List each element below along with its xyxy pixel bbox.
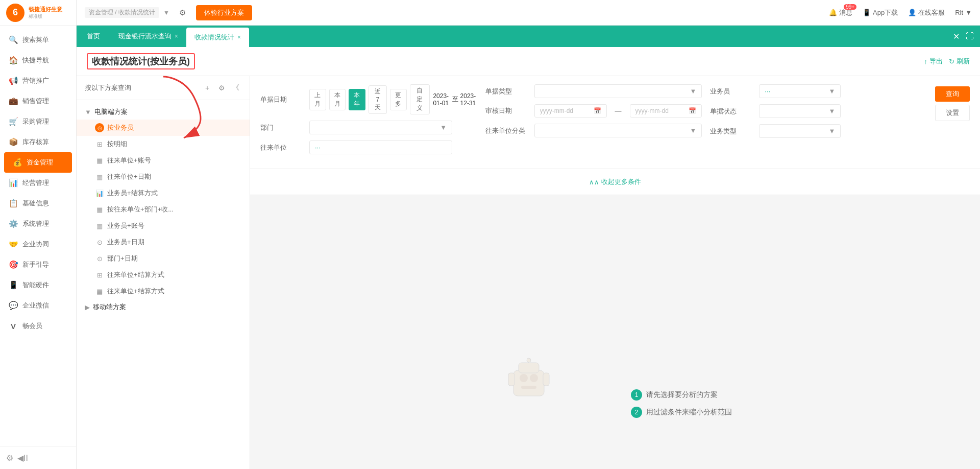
sidebar-item-inventory[interactable]: 📦 库存核算 bbox=[0, 132, 76, 152]
sidebar-item-wechat[interactable]: 💬 企业微信 bbox=[0, 295, 76, 316]
sidebar-collapse-btn[interactable]: ◀II bbox=[17, 453, 28, 463]
sidebar-item-guide[interactable]: 🎯 新手引导 bbox=[0, 254, 76, 275]
tab-bank-close[interactable]: × bbox=[175, 33, 178, 40]
trial-button[interactable]: 体验行业方案 bbox=[196, 5, 252, 20]
salesperson-select[interactable]: ··· ▼ bbox=[759, 84, 841, 98]
date-btn-this-month[interactable]: 本月 bbox=[329, 89, 346, 110]
doc-status-select[interactable]: ▼ bbox=[759, 104, 841, 118]
tab-receipt[interactable]: 收款情况统计 × bbox=[186, 28, 249, 47]
sidebar-item-marketing[interactable]: 📢 营销推广 bbox=[0, 71, 76, 91]
tree-item-detail[interactable]: ⊞ 按明细 bbox=[77, 136, 250, 152]
tree-item-unit-date[interactable]: ▦ 往来单位+日期 bbox=[77, 169, 250, 185]
user-name-area[interactable]: Rit ▼ bbox=[955, 9, 972, 16]
app-download-btn[interactable]: 📱 App下载 bbox=[863, 8, 898, 17]
user-name: Rit bbox=[955, 9, 963, 16]
sidebar-settings-btn[interactable]: ⚙ bbox=[6, 453, 13, 463]
refresh-btn[interactable]: ↻ 刷新 bbox=[949, 57, 970, 66]
query-button[interactable]: 查询 bbox=[935, 86, 970, 102]
tree-item-sales-date[interactable]: ⊙ 业务员+日期 bbox=[77, 234, 250, 250]
tree-item-unit-settlement1[interactable]: ⊞ 往来单位+结算方式 bbox=[77, 267, 250, 283]
main-area: 资金管理 / 收款情况统计 ▼ ⚙ 体验行业方案 🔔 消息 99+ 📱 App下… bbox=[77, 0, 980, 469]
tree-item-salesperson[interactable]: ◎ 按业务员 bbox=[77, 120, 250, 136]
tree-item-dept-date[interactable]: ⊙ 部门+日期 bbox=[77, 250, 250, 267]
guide-icon: 🎯 bbox=[8, 260, 18, 270]
date-options-group: 上月 本月 本年 近7天 更多 自定义 2023-01-01 至 2023-12… bbox=[309, 84, 477, 114]
sidebar-item-cooperation[interactable]: 🤝 企业协同 bbox=[0, 234, 76, 254]
collapse-panel-btn[interactable]: 《 bbox=[230, 82, 241, 93]
date-btn-7days[interactable]: 近7天 bbox=[369, 85, 387, 114]
header-gear-btn[interactable]: ⚙ bbox=[176, 6, 190, 20]
sales-account-icon: ▦ bbox=[95, 221, 104, 230]
partner-category-select[interactable]: ▼ bbox=[534, 124, 702, 137]
sidebar-item-sales[interactable]: 💼 销售管理 bbox=[0, 91, 76, 111]
pc-scheme-group[interactable]: ▼ 电脑端方案 bbox=[77, 104, 250, 120]
date-btn-more[interactable]: 更多 bbox=[390, 89, 407, 110]
empty-illustration bbox=[498, 345, 559, 408]
mobile-scheme-group[interactable]: ▶ 移动端方案 bbox=[77, 299, 250, 315]
tab-home[interactable]: 首页 bbox=[77, 26, 110, 47]
date-btn-custom[interactable]: 自定义 bbox=[410, 84, 430, 114]
breadcrumb: 资金管理 / 收款情况统计 ▼ bbox=[85, 7, 169, 18]
title-wrapper: 收款情况统计(按业务员) bbox=[87, 53, 195, 69]
salesperson-arrow: ▼ bbox=[828, 87, 835, 95]
filter-settings-button[interactable]: 设置 bbox=[935, 105, 970, 121]
basic-icon: 📋 bbox=[8, 198, 18, 208]
date-btn-this-year[interactable]: 本年 bbox=[349, 89, 365, 110]
review-date-to[interactable]: yyyy-mm-dd 📅 bbox=[630, 104, 702, 118]
sidebar-item-finance[interactable]: 💰 资金管理 bbox=[4, 152, 72, 173]
cooperation-icon: 🤝 bbox=[8, 239, 18, 249]
svg-rect-1 bbox=[519, 363, 539, 373]
page-actions: ↑ 导出 ↻ 刷新 bbox=[924, 57, 970, 66]
collapse-more-btn[interactable]: ∧∧ 收起更多条件 bbox=[589, 173, 641, 191]
dept-label: 部门 bbox=[260, 123, 301, 132]
dropdown-arrow-icon[interactable]: ▼ bbox=[163, 9, 169, 16]
download-icon: 📱 bbox=[863, 9, 871, 16]
maximize-icon[interactable]: ⛶ bbox=[966, 32, 974, 41]
tree-item-unit-settlement2[interactable]: ▦ 往来单位+结算方式 bbox=[77, 283, 250, 299]
partner-select[interactable]: ··· bbox=[309, 140, 452, 154]
dept-select[interactable]: ▼ bbox=[309, 121, 452, 134]
export-btn[interactable]: ↑ 导出 bbox=[924, 57, 943, 66]
sidebar-item-operations[interactable]: 📊 经营管理 bbox=[0, 173, 76, 193]
tree-item-unit-dept[interactable]: ▦ 按往来单位+部门+收... bbox=[77, 201, 250, 218]
hint-item-2: 2 用过滤条件来缩小分析范围 bbox=[631, 407, 732, 418]
sidebar-item-purchase[interactable]: 🛒 采购管理 bbox=[0, 111, 76, 132]
sidebar-item-quicknav[interactable]: 🏠 快捷导航 bbox=[0, 50, 76, 71]
bell-icon: 🔔 bbox=[829, 9, 837, 16]
scheme-settings-btn[interactable]: ⚙ bbox=[216, 82, 227, 93]
review-date-from-text: yyyy-mm-dd bbox=[540, 107, 573, 114]
add-scheme-btn[interactable]: + bbox=[202, 82, 213, 93]
unit-date-icon: ▦ bbox=[95, 172, 104, 181]
sidebar-item-basic[interactable]: 📋 基础信息 bbox=[0, 193, 76, 214]
partner-more-btn[interactable]: ··· bbox=[315, 144, 321, 151]
notification-btn[interactable]: 🔔 消息 99+ bbox=[829, 8, 852, 17]
tree-item-sales-account[interactable]: ▦ 业务员+账号 bbox=[77, 218, 250, 234]
date-range-separator: 至 bbox=[452, 95, 458, 104]
salesperson-filter-row: 业务员 ··· ▼ bbox=[710, 84, 841, 98]
sidebar-item-search[interactable]: 🔍 搜索菜单 bbox=[0, 30, 76, 50]
sidebar-item-member[interactable]: V 畅会员 bbox=[0, 316, 76, 336]
page-header: 收款情况统计(按业务员) ↑ 导出 ↻ 刷新 bbox=[77, 47, 980, 76]
logo-icon: 6 bbox=[6, 4, 24, 22]
date-btn-last-month[interactable]: 上月 bbox=[309, 89, 326, 110]
notification-badge: 99+ bbox=[844, 4, 856, 10]
sidebar-item-hardware[interactable]: 📱 智能硬件 bbox=[0, 275, 76, 295]
tab-receipt-close[interactable]: × bbox=[237, 34, 241, 41]
business-type-label: 业务类型 bbox=[710, 127, 751, 136]
sidebar-item-system[interactable]: ⚙️ 系统管理 bbox=[0, 214, 76, 234]
sales-icon: 💼 bbox=[8, 96, 18, 106]
calendar-icon-from[interactable]: 📅 bbox=[594, 107, 601, 114]
hint-number-1: 1 bbox=[631, 389, 642, 401]
close-all-tabs-icon[interactable]: ✕ bbox=[953, 32, 960, 41]
tree-item-unit-account[interactable]: ▦ 往来单位+账号 bbox=[77, 152, 250, 169]
customer-service-btn[interactable]: 👤 在线客服 bbox=[908, 8, 945, 17]
salesperson-more-btn[interactable]: ··· bbox=[765, 87, 770, 95]
tab-bank[interactable]: 现金银行流水查询 × bbox=[110, 26, 186, 47]
tree-item-sales-settlement[interactable]: 📊 业务员+结算方式 bbox=[77, 185, 250, 201]
svg-point-2 bbox=[520, 374, 528, 382]
doc-type-select[interactable]: ▼ bbox=[534, 84, 702, 98]
unit-settlement2-icon: ▦ bbox=[95, 287, 104, 296]
calendar-icon-to[interactable]: 📅 bbox=[689, 107, 696, 114]
business-type-select[interactable]: ▼ bbox=[759, 124, 841, 138]
review-date-from[interactable]: yyyy-mm-dd 📅 bbox=[534, 104, 607, 118]
